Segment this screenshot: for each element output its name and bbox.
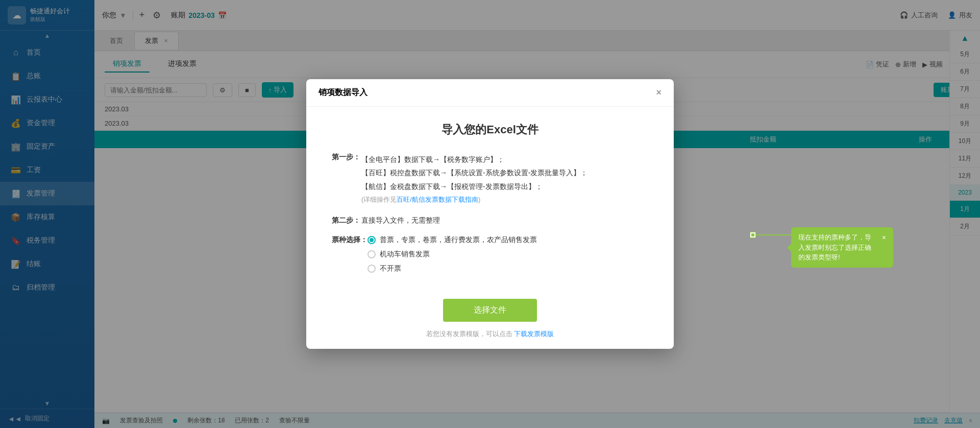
ticket-options: 普票，专票，卷票，通行费发票，农产品销售发票 机动车销售发票 不开票 (368, 235, 537, 273)
tooltip-close-button[interactable]: × (882, 232, 886, 243)
radio-none[interactable]: 不开票 (368, 264, 537, 273)
tooltip-dot (750, 232, 755, 237)
modal-header: 销项数据导入 × (306, 79, 674, 107)
step-1: 第一步： 【全电平台】数据下载→【税务数字账户】； 【百旺】税控盘数据下载→【系… (332, 153, 648, 206)
radio-normal-circle (368, 236, 376, 244)
modal-close-button[interactable]: × (656, 87, 662, 98)
radio-none-label: 不开票 (380, 264, 401, 273)
step1-line2: 【百旺】税控盘数据下载→【系统设置-系统参数设置-发票批量导入】； (361, 166, 587, 180)
radio-vehicle[interactable]: 机动车销售发票 (368, 250, 537, 259)
modal-dialog: 销项数据导入 × 导入您的Excel文件 第一步： 【全电平台】数据下载→【税务… (306, 79, 674, 349)
step1-label: 第一步： (332, 153, 361, 206)
ticket-select-row: 票种选择： 普票，专票，卷票，通行费发票，农产品销售发票 机动车销售发票 (332, 235, 648, 273)
tooltip-bubble: × 现在支持的票种多了，导入发票时别忘了选择正确的发票类型呀! (791, 227, 893, 268)
tooltip-connector (750, 232, 791, 237)
radio-none-circle (368, 265, 376, 273)
template-hint-text: 若您没有发票模版，可以点击 (426, 330, 512, 338)
template-link[interactable]: 下载发票模版 (514, 330, 554, 338)
tooltip-text: 现在支持的票种多了，导入发票时别忘了选择正确的发票类型呀! (798, 233, 871, 261)
modal-title: 销项数据导入 (318, 87, 368, 98)
radio-normal-dot (370, 238, 374, 242)
modal-main-title: 导入您的Excel文件 (332, 122, 648, 137)
step1-line3: 【航信】金税盘数据下载→【报税管理-发票数据导出】； (361, 180, 587, 194)
modal-body: 导入您的Excel文件 第一步： 【全电平台】数据下载→【税务数字账户】； 【百… (306, 107, 674, 294)
template-hint: 若您没有发票模版，可以点击 下载发票模版 (426, 329, 554, 339)
step2-label: 第二步： (332, 216, 361, 225)
radio-vehicle-label: 机动车销售发票 (380, 250, 430, 259)
modal-overlay: 销项数据导入 × 导入您的Excel文件 第一步： 【全电平台】数据下载→【税务… (0, 0, 980, 428)
step-2-content: 第二步： 直接导入文件，无需整理 (332, 216, 648, 225)
step1-line1: 【全电平台】数据下载→【税务数字账户】； (361, 153, 587, 167)
step1-line4: (详细操作见百旺/航信发票数据下载指南) (361, 194, 587, 206)
radio-normal[interactable]: 普票，专票，卷票，通行费发票，农产品销售发票 (368, 235, 537, 245)
modal-footer: 选择文件 若您没有发票模版，可以点击 下载发票模版 (306, 294, 674, 349)
ticket-select-label: 票种选择： (332, 235, 368, 245)
radio-vehicle-circle (368, 250, 376, 258)
radio-normal-label: 普票，专票，卷票，通行费发票，农产品销售发票 (380, 235, 537, 245)
step-2: 第二步： 直接导入文件，无需整理 (332, 216, 648, 225)
tooltip-line (755, 234, 791, 235)
step-1-content: 第一步： 【全电平台】数据下载→【税务数字账户】； 【百旺】税控盘数据下载→【系… (332, 153, 648, 206)
ticket-select: 票种选择： 普票，专票，卷票，通行费发票，农产品销售发票 机动车销售发票 (332, 235, 648, 273)
step1-link[interactable]: 百旺/航信发票数据下载指南 (397, 196, 478, 203)
step2-text: 直接导入文件，无需整理 (361, 216, 440, 225)
step1-lines: 【全电平台】数据下载→【税务数字账户】； 【百旺】税控盘数据下载→【系统设置-系… (361, 153, 587, 206)
select-file-button[interactable]: 选择文件 (443, 299, 537, 322)
